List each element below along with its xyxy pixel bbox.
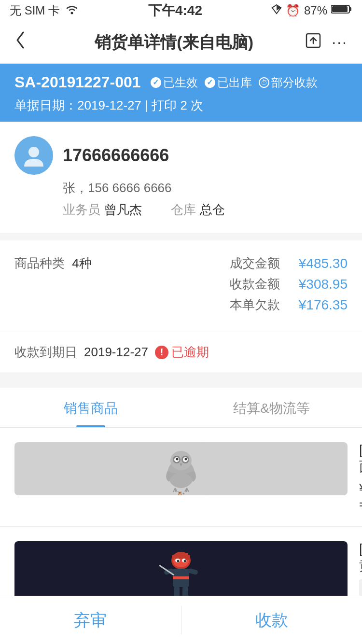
alarm-icon: ⏰ xyxy=(286,4,300,17)
tab-settlement[interactable]: 结算&物流等 xyxy=(181,388,362,427)
banner-tags: ✓ 已生效 ✓ 已出库 ⏱ 部分收款 xyxy=(151,75,318,90)
nav-bar: 销货单详情(来自电脑) ··· xyxy=(0,21,362,64)
check-icon-2: ✓ xyxy=(205,77,215,88)
deal-amount-row: 成交金额 ¥485.30 xyxy=(230,255,348,272)
overdue-badge: ! 已逾期 xyxy=(155,344,209,361)
cancel-button[interactable]: 弃审 xyxy=(0,596,181,644)
due-amount-row: 本单欠款 ¥176.35 xyxy=(230,296,348,313)
collected-amount-label: 收款金额 xyxy=(230,276,280,293)
product-name-2: [000400001]黄油曲奇 xyxy=(359,541,362,575)
banner-row1: SA-20191227-001 ✓ 已生效 ✓ 已出库 ⏱ 部分收款 xyxy=(14,73,348,91)
collected-amount-value: ¥308.95 xyxy=(290,277,348,292)
svg-point-0 xyxy=(71,12,73,14)
back-button[interactable] xyxy=(14,30,43,54)
stats-left: 商品种类 4种 xyxy=(14,255,92,272)
battery-text: 87% xyxy=(304,4,327,17)
status-time: 下午4:42 xyxy=(148,1,202,20)
due-date-label: 收款到期日 xyxy=(14,344,77,361)
product-thumbnail-2 xyxy=(14,541,348,604)
product-type-label: 商品种类 xyxy=(14,256,65,270)
salesperson-label: 业务员 xyxy=(63,201,100,218)
deal-amount-value: ¥485.30 xyxy=(290,256,348,271)
svg-point-13 xyxy=(176,458,179,461)
tag-shipped: ✓ 已出库 xyxy=(205,75,252,90)
battery-icon xyxy=(331,4,352,17)
due-amount-value: ¥176.35 xyxy=(290,297,348,313)
share-icon[interactable] xyxy=(305,32,322,53)
stats-right: 成交金额 ¥485.30 收款金额 ¥308.95 本单欠款 ¥176.35 xyxy=(230,255,348,317)
order-id: SA-20191227-001 xyxy=(14,73,141,91)
overdue-text: 已逾期 xyxy=(171,344,209,361)
tabs-bar: 销售商品 结算&物流等 xyxy=(0,388,362,428)
wifi-icon xyxy=(65,4,79,17)
salesperson-name: 曾凡杰 xyxy=(104,201,142,218)
due-section: 收款到期日 2019-12-27 ! 已逾期 xyxy=(0,332,362,372)
stats-section: 商品种类 4种 成交金额 ¥485.30 收款金额 ¥308.95 本单欠款 ¥… xyxy=(0,240,362,332)
warehouse-name: 总仓 xyxy=(200,201,225,218)
header-banner: SA-20191227-001 ✓ 已生效 ✓ 已出库 ⏱ 部分收款 单据日期：… xyxy=(0,64,362,122)
customer-meta: 业务员 曾凡杰 仓库 总仓 xyxy=(14,201,348,218)
more-icon[interactable]: ··· xyxy=(332,33,348,51)
due-date-value: 2019-12-27 xyxy=(84,345,148,360)
overdue-icon: ! xyxy=(155,346,168,359)
list-item: 🦉+ [0000002]面包 ¥40 x 5袋 = ¥199.99 xyxy=(0,428,362,527)
due-amount-label: 本单欠款 xyxy=(230,296,280,313)
svg-text:🦉+: 🦉+ xyxy=(177,491,185,495)
banner-doc-date: 单据日期：2019-12-27 | 打印 2 次 xyxy=(14,97,348,114)
svg-rect-24 xyxy=(173,576,189,579)
page-title: 销货单详情(来自电脑) xyxy=(43,31,305,54)
product-sku-2: 534532 xyxy=(359,579,362,596)
salesperson-item: 业务员 曾凡杰 xyxy=(63,201,142,218)
customer-section: 17666666666 张，156 6666 6666 业务员 曾凡杰 仓库 总… xyxy=(0,122,362,233)
status-right: ⏰ 87% xyxy=(271,4,352,17)
customer-id: 17666666666 xyxy=(63,145,169,166)
tag-active: ✓ 已生效 xyxy=(151,75,198,90)
deal-amount-label: 成交金额 xyxy=(230,255,280,272)
signal-text: 无 SIM 卡 xyxy=(10,3,60,18)
warehouse-item: 仓库 总仓 xyxy=(171,201,225,218)
svg-rect-3 xyxy=(332,6,348,12)
check-icon-1: ✓ xyxy=(151,77,161,88)
tag-partial: ⏱ 部分收款 xyxy=(259,75,318,90)
customer-contact: 张，156 6666 6666 xyxy=(14,180,348,196)
collected-amount-row: 收款金额 ¥308.95 xyxy=(230,276,348,293)
divider-2 xyxy=(0,372,362,380)
product-price-1: ¥40 x 5袋 = ¥199.99 xyxy=(359,480,362,512)
product-name-1: [0000002]面包 xyxy=(359,442,362,476)
svg-point-14 xyxy=(185,458,187,461)
divider-1 xyxy=(0,233,362,240)
customer-row: 17666666666 xyxy=(14,136,348,175)
status-left: 无 SIM 卡 xyxy=(10,3,79,18)
svg-point-22 xyxy=(184,560,186,562)
product-thumbnail-1: 🦉+ xyxy=(14,442,348,495)
svg-point-5 xyxy=(28,147,39,157)
svg-rect-2 xyxy=(349,7,351,11)
status-bar: 无 SIM 卡 下午4:42 ⏰ 87% xyxy=(0,0,362,21)
svg-point-21 xyxy=(177,560,180,562)
avatar xyxy=(14,136,53,175)
product-type-item: 商品种类 4种 xyxy=(14,255,92,272)
confirm-button[interactable]: 收款 xyxy=(181,596,362,644)
warehouse-label: 仓库 xyxy=(171,201,196,218)
location-icon xyxy=(271,4,282,17)
tab-products[interactable]: 销售商品 xyxy=(0,388,181,427)
svg-rect-31 xyxy=(185,553,188,560)
clock-icon: ⏱ xyxy=(259,77,269,88)
product-type-value: 4种 xyxy=(72,256,91,270)
bottom-bar: 弃审 收款 xyxy=(0,596,362,644)
nav-actions: ··· xyxy=(305,32,348,53)
product-info-1: [0000002]面包 ¥40 x 5袋 = ¥199.99 xyxy=(359,442,362,512)
